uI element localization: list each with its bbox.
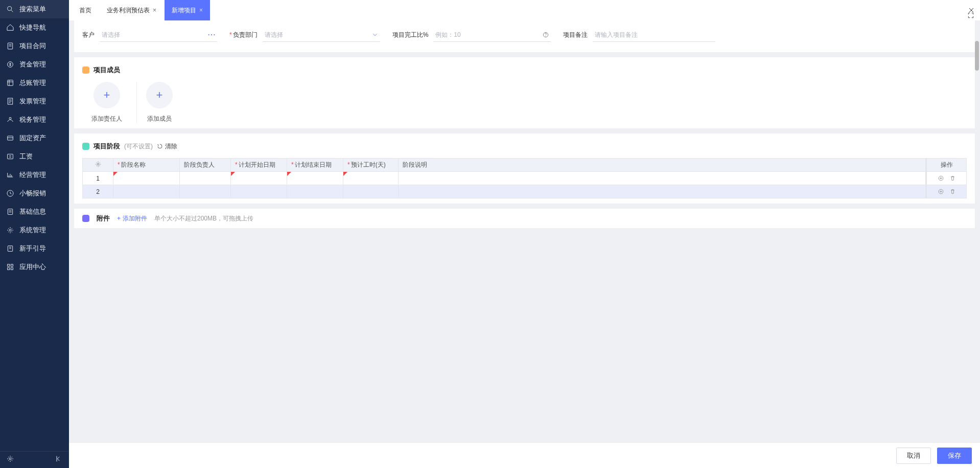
settings-icon [6, 226, 14, 234]
funds-icon [6, 60, 14, 69]
row-index: 2 [83, 185, 113, 198]
sidebar-item-ledger[interactable]: 总账管理 [0, 74, 69, 92]
cell-stage-name[interactable] [113, 172, 180, 185]
attachment-row: 附件 + 添加附件 单个大小不超过200MB，可拖拽上传 [82, 214, 967, 223]
complete-label: 项目完工比% [392, 31, 429, 39]
sidebar-item-quicknav[interactable]: 快捷导航 [0, 18, 69, 37]
more-icon[interactable]: ··· [208, 31, 216, 39]
row-delete-icon[interactable] [949, 175, 956, 182]
info-icon [6, 208, 14, 216]
dept-label: *负责部门 [229, 31, 258, 39]
gear-icon[interactable] [6, 455, 14, 463]
main: 首页 业务利润预估表 × 新增项目 × 客户 [69, 0, 980, 468]
cell-stage-owner[interactable] [180, 172, 231, 185]
col-stage-name: *阶段名称 [113, 159, 180, 172]
col-action: 操作 [927, 159, 967, 172]
add-member-button[interactable]: + [146, 82, 173, 108]
sidebar-item-assets[interactable]: 固定资产 [0, 129, 69, 147]
sidebar-list: 搜索菜单 快捷导航 项目合同 资金管理 总账管理 发票管理 [0, 0, 69, 451]
add-owner-button[interactable]: + [94, 82, 120, 108]
col-gear[interactable] [83, 159, 113, 172]
tab-label: 业务利润预估表 [107, 6, 150, 15]
col-stage-hours: *预计工时(天) [343, 159, 399, 172]
stages-table: *阶段名称 阶段负责人 *计划开始日期 *计划结束日期 *预计工时(天) 阶段说… [82, 158, 926, 198]
tab-close-icon[interactable]: × [153, 7, 156, 14]
sidebar-item-label: 基础信息 [19, 207, 46, 216]
cell-stage-end[interactable] [287, 185, 343, 198]
cell-stage-start[interactable] [231, 185, 287, 198]
table-row[interactable]: 1 [83, 172, 926, 185]
save-button[interactable]: 保存 [937, 448, 972, 464]
stages-panel: 项目阶段 (可不设置) 清除 *阶段名称 [74, 133, 975, 204]
chevron-down-icon[interactable] [371, 31, 379, 39]
home-icon [6, 24, 14, 32]
cancel-button[interactable]: 取消 [896, 448, 931, 464]
sidebar-item-label: 应用中心 [19, 262, 46, 272]
form-row: 客户 ··· *负责部门 项目完工比% [82, 26, 967, 47]
chart-icon [6, 171, 14, 179]
sidebar-item-invoice[interactable]: 发票管理 [0, 92, 69, 110]
attachment-icon [82, 215, 89, 222]
row-add-icon[interactable] [938, 175, 944, 182]
sidebar-item-label: 工资 [19, 152, 33, 161]
apps-icon [6, 263, 14, 271]
stages-optional: (可不设置) [124, 142, 153, 151]
stages-title: 项目阶段 [94, 142, 120, 151]
sidebar-item-business[interactable]: 经营管理 [0, 166, 69, 184]
complete-input[interactable] [433, 28, 551, 42]
table-header-row: *阶段名称 阶段负责人 *计划开始日期 *计划结束日期 *预计工时(天) 阶段说… [83, 159, 926, 172]
members-panel: 项目成员 + 添加责任人 + 添加成员 [74, 57, 975, 128]
add-attachment-button[interactable]: + 添加附件 [117, 214, 147, 223]
sidebar-item-salary[interactable]: 工资 [0, 147, 69, 166]
stage-table-wrapper: *阶段名称 阶段负责人 *计划开始日期 *计划结束日期 *预计工时(天) 阶段说… [82, 158, 967, 198]
sidebar-item-tax[interactable]: 税务管理 [0, 110, 69, 129]
help-icon[interactable] [542, 31, 550, 39]
col-stage-start: *计划开始日期 [231, 159, 287, 172]
tab-profit[interactable]: 业务利润预估表 × [100, 0, 164, 20]
tab-home[interactable]: 首页 [72, 0, 99, 20]
members-title: 项目成员 [94, 65, 120, 75]
sidebar-item-label: 项目合同 [19, 41, 46, 51]
sidebar-item-guide[interactable]: 新手引导 [0, 239, 69, 258]
cell-stage-desc[interactable] [399, 185, 926, 198]
tab-close-icon[interactable]: × [199, 7, 203, 14]
cell-stage-hours[interactable] [343, 172, 399, 185]
field-customer: 客户 ··· [82, 28, 217, 42]
cell-stage-end[interactable] [287, 172, 343, 185]
tab-newproject[interactable]: 新增项目 × [165, 0, 210, 20]
sidebar-item-search[interactable]: 搜索菜单 [0, 0, 69, 18]
cell-stage-desc[interactable] [399, 172, 926, 185]
cell-stage-start[interactable] [231, 172, 287, 185]
table-row-action [927, 172, 967, 185]
sidebar-item-contract[interactable]: 项目合同 [0, 37, 69, 55]
svg-rect-15 [8, 209, 12, 215]
dept-select[interactable] [263, 28, 380, 42]
cell-stage-name[interactable] [113, 185, 180, 198]
tabbar: 首页 业务利润预估表 × 新增项目 × [69, 0, 980, 20]
scrollbar-thumb[interactable] [975, 41, 979, 71]
svg-rect-23 [11, 268, 13, 270]
row-delete-icon[interactable] [949, 188, 956, 195]
sidebar-item-appcenter[interactable]: 应用中心 [0, 258, 69, 276]
svg-point-24 [9, 458, 11, 460]
row-add-icon[interactable] [938, 188, 944, 195]
sidebar-item-label: 小畅报销 [19, 189, 46, 198]
sidebar-item-expense[interactable]: 小畅报销 [0, 184, 69, 203]
cell-stage-owner[interactable] [180, 185, 231, 198]
table-row[interactable]: 2 [83, 185, 926, 198]
collapse-icon[interactable] [55, 455, 63, 463]
clear-stages-button[interactable]: 清除 [157, 142, 177, 151]
app-root: 搜索菜单 快捷导航 项目合同 资金管理 总账管理 发票管理 [0, 0, 980, 468]
sidebar-item-system[interactable]: 系统管理 [0, 221, 69, 239]
scrollbar[interactable] [974, 20, 980, 442]
remark-input[interactable] [593, 28, 715, 42]
cell-stage-hours[interactable] [343, 185, 399, 198]
fullscreen-icon[interactable] [964, 5, 978, 26]
sidebar-item-basicinfo[interactable]: 基础信息 [0, 203, 69, 221]
svg-rect-13 [8, 154, 13, 159]
sidebar-item-label: 税务管理 [19, 115, 46, 124]
guide-icon [6, 244, 14, 253]
sidebar-item-funds[interactable]: 资金管理 [0, 55, 69, 74]
clear-label: 清除 [165, 142, 177, 151]
customer-input[interactable] [100, 28, 217, 42]
